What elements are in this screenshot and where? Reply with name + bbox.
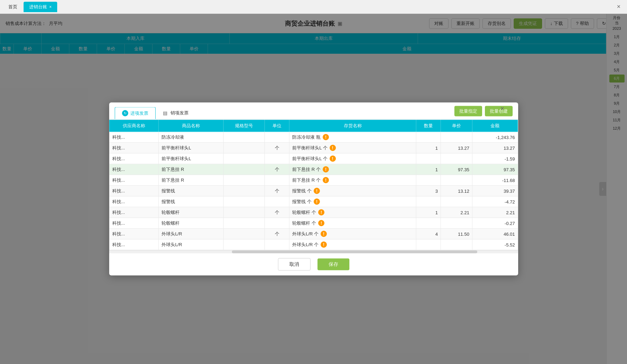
table-cell: 防冻冷却液 瓶! [289, 132, 416, 142]
table-cell [441, 132, 472, 142]
warning-icon: ! [323, 177, 329, 183]
table-cell [224, 132, 265, 142]
warning-icon: ! [314, 199, 320, 205]
tab-ledger-close[interactable]: × [49, 5, 52, 9]
table-cell: 2.21 [472, 207, 518, 218]
table-row[interactable]: 科技...前平衡杆球头L前平衡杆球头L 个!-1.59 [109, 153, 518, 164]
table-cell [264, 196, 289, 207]
dialog-body: 供应商名称 商品名称 规格型号 单位 存货名称 数量 单价 金额 科技...防冻… [109, 120, 518, 250]
table-cell: 1 [416, 164, 441, 175]
inventory-name: 报警线 个 [292, 199, 312, 204]
table-cell: 个 [264, 228, 289, 239]
table-cell: 科技... [109, 228, 159, 239]
table-cell: 科技... [109, 164, 159, 175]
table-cell [416, 196, 441, 207]
warning-icon: ! [321, 242, 327, 248]
col-unit-price: 单价 [441, 120, 472, 132]
table-cell [441, 218, 472, 228]
table-row[interactable]: 科技...报警线报警线 个!-4.72 [109, 196, 518, 207]
horizontal-scrollbar[interactable] [109, 250, 518, 253]
col-inventory: 存货名称 [289, 120, 416, 132]
inventory-name: 防冻冷却液 瓶 [292, 135, 321, 140]
dialog-close-button[interactable]: × [500, 105, 504, 112]
batch-create-button[interactable]: 批量创建 [485, 106, 513, 116]
table-row[interactable]: 科技...轮毂螺杆个轮毂螺杆 个!12.212.21 [109, 207, 518, 218]
table-cell: 科技... [109, 153, 159, 164]
table-cell: 个 [264, 207, 289, 218]
inventory-name: 报警线 个 [292, 188, 312, 193]
scrollbar-thumb[interactable] [232, 251, 477, 253]
save-button[interactable]: 保存 [317, 259, 349, 270]
inventory-name: 前下悬挂 R 个 [292, 167, 321, 172]
table-cell: 科技... [109, 218, 159, 228]
table-cell: 13.27 [472, 142, 518, 153]
batch-assign-button[interactable]: 批量指定 [454, 106, 482, 116]
table-cell: 个 [264, 164, 289, 175]
main-area: 销售成本计算方法： 月平均 商贸企业进销台账 ▣ 对账 重新开账 存货别名 生成… [0, 14, 627, 364]
warning-icon: ! [330, 156, 336, 162]
table-cell [416, 218, 441, 228]
table-cell: 前平衡杆球头L [159, 142, 224, 153]
table-cell: 轮毂螺杆 个! [289, 207, 416, 218]
dialog-header: ↻ 进项发票 ▤ 销项发票 批量指定 批量创建 × [109, 103, 518, 120]
table-cell [224, 164, 265, 175]
table-cell: 97.35 [441, 164, 472, 175]
warning-icon: ! [321, 231, 327, 237]
table-row[interactable]: 科技...防冻冷却液防冻冷却液 瓶!-1,243.76 [109, 132, 518, 142]
table-cell [441, 153, 472, 164]
inventory-name: 外球头L/R 个 [292, 242, 319, 247]
table-body: 科技...防冻冷却液防冻冷却液 瓶!-1,243.76科技...前平衡杆球头L个… [109, 132, 518, 250]
cancel-button[interactable]: 取消 [278, 258, 311, 271]
tab-income-invoice[interactable]: ↻ 进项发票 [115, 107, 156, 119]
table-row[interactable]: 科技...前下悬挂 R个前下悬挂 R 个!197.3597.35 [109, 164, 518, 175]
table-row[interactable]: 科技...外球头L/R外球头L/R 个!-5.52 [109, 239, 518, 250]
income-tab-icon: ↻ [122, 110, 128, 116]
table-cell: 轮毂螺杆 个! [289, 218, 416, 228]
table-cell [224, 142, 265, 153]
table-cell [416, 153, 441, 164]
table-cell: -0.27 [472, 218, 518, 228]
table-row[interactable]: 科技...前下悬挂 R前下悬挂 R 个!-11.68 [109, 175, 518, 185]
table-cell: 外球头L/R 个! [289, 228, 416, 239]
table-cell [441, 239, 472, 250]
table-cell: 个 [264, 185, 289, 196]
warning-icon: ! [318, 209, 324, 216]
warning-icon: ! [323, 134, 329, 140]
table-cell: -1,243.76 [472, 132, 518, 142]
table-cell [416, 239, 441, 250]
table-cell [224, 175, 265, 185]
col-supplier: 供应商名称 [109, 120, 159, 132]
table-cell: 3 [416, 185, 441, 196]
sales-tab-icon: ▤ [163, 110, 168, 115]
table-cell: -1.59 [472, 153, 518, 164]
window-close-button[interactable]: × [613, 1, 624, 12]
tab-bar: 首页 进销台账 × × [0, 0, 627, 14]
table-cell: 外球头L/R 个! [289, 239, 416, 250]
col-amount: 金额 [472, 120, 518, 132]
table-cell [224, 153, 265, 164]
table-row[interactable]: 科技...报警线个报警线 个!313.1239.37 [109, 185, 518, 196]
inventory-name: 前平衡杆球头L 个 [292, 145, 327, 150]
table-cell: 2.21 [441, 207, 472, 218]
table-cell [264, 239, 289, 250]
tab-ledger[interactable]: 进销台账 × [24, 2, 57, 12]
table-cell: 报警线 [159, 185, 224, 196]
table-cell: 46.01 [472, 228, 518, 239]
table-cell: 97.35 [472, 164, 518, 175]
warning-icon: ! [318, 220, 324, 226]
table-row[interactable]: 科技...外球头L/R个外球头L/R 个!411.5046.01 [109, 228, 518, 239]
table-cell: 11.50 [441, 228, 472, 239]
table-cell [264, 132, 289, 142]
tab-home[interactable]: 首页 [3, 2, 23, 12]
table-cell: 前平衡杆球头L 个! [289, 153, 416, 164]
table-cell [224, 239, 265, 250]
table-cell: 39.37 [472, 185, 518, 196]
table-cell: 科技... [109, 142, 159, 153]
inventory-name: 外球头L/R 个 [292, 231, 319, 236]
table-cell: 13.12 [441, 185, 472, 196]
table-cell [224, 185, 265, 196]
table-cell: 1 [416, 142, 441, 153]
table-row[interactable]: 科技...前平衡杆球头L个前平衡杆球头L 个!113.2713.27 [109, 142, 518, 153]
tab-sales-invoice[interactable]: ▤ 销项发票 [156, 106, 196, 119]
table-row[interactable]: 科技...轮毂螺杆轮毂螺杆 个!-0.27 [109, 218, 518, 228]
